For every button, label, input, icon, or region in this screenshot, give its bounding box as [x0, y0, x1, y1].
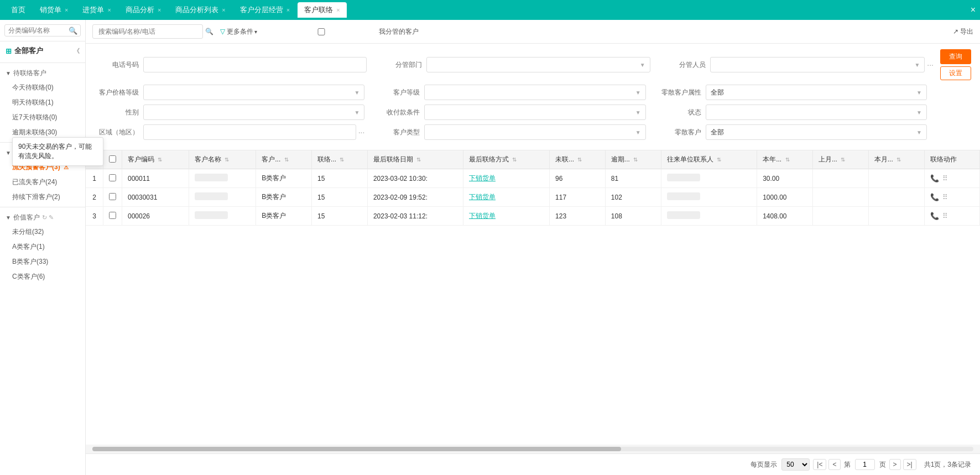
price-level-select[interactable]: ▼ — [143, 85, 364, 100]
row-last-method[interactable]: 下销货单 — [463, 169, 550, 188]
last-method-link[interactable]: 下销货单 — [469, 212, 496, 220]
sidebar-item-7days[interactable]: 近7天待联络(0) — [0, 110, 85, 125]
customer-type-select[interactable]: ▼ — [424, 124, 645, 140]
tab-analysis-close[interactable]: × — [158, 7, 161, 13]
row-last-date: 2023-02-09 19:52: — [367, 188, 463, 207]
sort-icon-uncontacted[interactable]: ⇅ — [577, 156, 582, 163]
more-action-icon[interactable]: ⠿ — [942, 193, 948, 201]
sort-icon-code[interactable]: ⇅ — [158, 156, 162, 163]
region-more-btn[interactable]: ··· — [358, 128, 365, 137]
customer-level-select[interactable]: ▼ — [424, 85, 645, 100]
per-page-select[interactable]: 50 100 200 — [781, 458, 810, 471]
sidebar-item-b-class[interactable]: B类客户(33) — [0, 254, 85, 269]
query-button[interactable]: 查询 — [940, 49, 971, 64]
edit-icon[interactable]: ✎ — [49, 214, 54, 221]
row-overdue: 108 — [605, 207, 661, 226]
sort-icon-last-method[interactable]: ⇅ — [512, 156, 517, 163]
page-prev-btn[interactable]: < — [828, 459, 840, 470]
row-type: B类客户 — [256, 188, 312, 207]
group-value-customers[interactable]: ▼ 价值客户 ↻ ✎ — [0, 210, 85, 225]
horizontal-scrollbar[interactable] — [92, 447, 973, 451]
tab-customer-tier[interactable]: 客户分层经营 × — [233, 2, 296, 18]
filter-phone: 电话号码 — [95, 57, 367, 72]
retail-select[interactable]: 全部 ▼ — [706, 124, 927, 140]
sort-icon-overdue[interactable]: ⇅ — [633, 156, 638, 163]
page-first-btn[interactable]: |< — [813, 459, 826, 470]
sidebar-item-tomorrow[interactable]: 明天待联络(1) — [0, 95, 85, 110]
row-last-month — [812, 169, 868, 188]
tab-analysis-list[interactable]: 商品分析列表 × — [169, 2, 232, 18]
payment-select[interactable]: ▼ — [424, 105, 645, 120]
dept-select[interactable]: ▼ — [426, 57, 650, 72]
status-select[interactable]: ▼ — [706, 105, 927, 120]
tab-customer-tier-close[interactable]: × — [286, 7, 290, 13]
region-select[interactable] — [143, 124, 356, 140]
manager-down-arrow: ▼ — [914, 62, 920, 68]
setting-button[interactable]: 设置 — [940, 66, 971, 80]
last-method-link[interactable]: 下销货单 — [469, 174, 496, 182]
tab-home[interactable]: 首页 — [4, 2, 32, 18]
select-all-checkbox[interactable] — [109, 155, 116, 163]
sidebar-item-a-class[interactable]: A类客户(1) — [0, 239, 85, 254]
sort-icon-year[interactable]: ⇅ — [785, 156, 790, 163]
tab-purchase-close[interactable]: × — [107, 7, 111, 13]
row-checkbox[interactable] — [109, 193, 116, 200]
filter-btn[interactable]: ▽ 更多条件 ▾ — [220, 27, 257, 36]
manager-select[interactable]: ▼ — [710, 57, 925, 72]
tab-analysis[interactable]: 商品分析 × — [119, 2, 168, 18]
sort-icon-last-date[interactable]: ⇅ — [416, 156, 421, 163]
more-action-icon[interactable]: ⠿ — [942, 174, 948, 182]
sidebar-item-ungroup[interactable]: 未分组(32) — [0, 225, 85, 239]
gender-select[interactable]: ▼ — [143, 105, 364, 120]
page-next-btn[interactable]: > — [889, 459, 901, 470]
search-button[interactable]: 🔍 — [205, 28, 213, 35]
row-last-method[interactable]: 下销货单 — [463, 207, 550, 226]
manager-label: 分管人员 — [661, 60, 706, 70]
contact-icon[interactable]: 📞 — [930, 174, 939, 182]
customer-type-label: 客户类型 — [376, 128, 420, 137]
more-action-icon[interactable]: ⠿ — [942, 212, 948, 220]
sidebar-item-c-class[interactable]: C类客户(6) — [0, 269, 85, 284]
group-pending-contact[interactable]: ▼ 待联络客户 — [0, 65, 85, 80]
tab-customer-link[interactable]: 客户联络 × — [298, 2, 346, 18]
page-last-btn[interactable]: >| — [903, 459, 916, 470]
price-level-down-arrow: ▼ — [354, 90, 359, 96]
sidebar-item-today[interactable]: 今天待联络(0) — [0, 80, 85, 95]
sort-icon-name[interactable]: ⇅ — [225, 156, 229, 163]
sort-icon-last-month[interactable]: ⇅ — [841, 156, 845, 163]
table-row: 200030031B类客户152023-02-09 19:52:下销货单1171… — [86, 188, 980, 207]
last-method-link[interactable]: 下销货单 — [469, 193, 496, 201]
my-customer-checkbox[interactable] — [266, 28, 377, 35]
sort-icon-contacts[interactable]: ⇅ — [717, 156, 721, 163]
page-number-input[interactable] — [855, 459, 875, 470]
row-checkbox[interactable] — [109, 174, 116, 181]
row-checkbox[interactable] — [109, 212, 116, 219]
tab-customer-link-close[interactable]: × — [336, 7, 340, 13]
manager-more-btn[interactable]: ··· — [927, 60, 934, 69]
row-num: 3 — [86, 207, 103, 226]
tab-sales[interactable]: 销货单 × — [33, 2, 75, 18]
all-customers-header[interactable]: ⊞ 全部客户 《 — [0, 41, 85, 60]
th-uncontacted: 未联... ⇅ — [550, 150, 606, 169]
tab-purchase[interactable]: 进货单 × — [76, 2, 117, 18]
row-last-month — [812, 188, 868, 207]
retail-down-arrow: ▼ — [916, 129, 922, 135]
tab-analysis-list-close[interactable]: × — [222, 7, 225, 13]
contact-icon[interactable]: 📞 — [930, 193, 939, 201]
sort-icon-this-month[interactable]: ⇅ — [896, 156, 901, 163]
sidebar-item-churned[interactable]: 已流失客户(24) — [0, 175, 85, 190]
sort-icon-type[interactable]: ⇅ — [284, 156, 289, 163]
price-level-label: 客户价格等级 — [95, 88, 139, 97]
close-all-tabs[interactable]: × — [971, 5, 976, 15]
retail-attr-select[interactable]: 全部 ▼ — [706, 85, 927, 100]
search-input[interactable] — [92, 24, 203, 39]
tab-sales-close[interactable]: × — [65, 7, 68, 13]
export-button[interactable]: ↗ 导出 — [953, 27, 973, 36]
row-last-method[interactable]: 下销货单 — [463, 188, 550, 207]
phone-input[interactable] — [143, 57, 367, 72]
refresh-icon[interactable]: ↻ — [42, 214, 47, 221]
sort-icon-contact[interactable]: ⇅ — [340, 156, 344, 163]
row-type: B类客户 — [256, 207, 312, 226]
contact-icon[interactable]: 📞 — [930, 212, 939, 220]
sidebar-item-declining[interactable]: 持续下滑客户(2) — [0, 190, 85, 205]
